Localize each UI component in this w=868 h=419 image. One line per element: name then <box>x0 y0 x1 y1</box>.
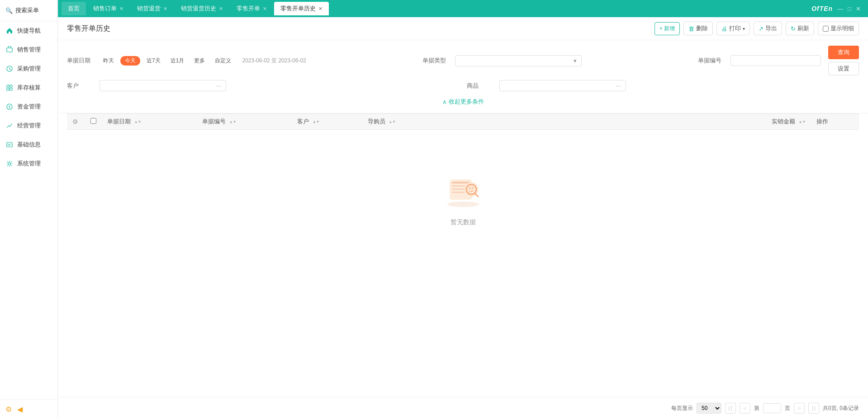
tab-sales-return[interactable]: 销货退货 ✕ <box>131 2 174 15</box>
tab-sales-return-history-label: 销货退货历史 <box>181 5 216 13</box>
type-select[interactable]: ▾ <box>455 55 582 66</box>
sidebar-item-label: 销售管理 <box>17 46 41 54</box>
delete-button[interactable]: 🗑 删除 <box>683 22 713 35</box>
page-input[interactable]: 1 <box>763 403 781 413</box>
sidebar-item-quick-nav[interactable]: 快捷导航 <box>0 21 57 40</box>
last-page-button[interactable]: ⟩⟩ <box>808 403 819 414</box>
sort-number-icon[interactable]: ▲▼ <box>229 120 237 124</box>
tab-sales-return-history-close[interactable]: ✕ <box>219 6 223 12</box>
data-table: ⚙ 单据日期 ▲▼ 单据编号 ▲▼ <box>67 113 859 130</box>
sidebar-item-purchase-mgmt[interactable]: 采购管理 <box>0 59 57 78</box>
close-window-icon[interactable]: ✕ <box>856 5 861 12</box>
doc-num-input[interactable] <box>730 55 821 66</box>
query-button[interactable]: 查询 <box>828 46 859 59</box>
filter-settings-button[interactable]: 设置 <box>828 62 859 75</box>
sidebar-search[interactable]: 🔍 搜索采单 <box>0 0 57 21</box>
collapse-up-icon: ∧ <box>442 99 447 105</box>
col-customer: 客户 ▲▼ <box>292 114 362 130</box>
purchase-icon <box>5 65 14 73</box>
tab-sales-return-close[interactable]: ✕ <box>163 6 167 12</box>
tab-retail-history[interactable]: 零售开单历史 ✕ <box>274 2 329 15</box>
settings-gear-icon[interactable]: ⚙ <box>5 405 12 414</box>
page-size-select[interactable]: 50 10 20 100 <box>697 403 721 414</box>
col-customer-label: 客户 <box>297 118 309 125</box>
svg-rect-11 <box>452 185 466 187</box>
refresh-icon: ↻ <box>791 25 796 32</box>
col-settings: ⚙ <box>67 114 85 130</box>
sidebar: 🔍 搜索采单 快捷导航 销售管理 采购管理 库存核算 资金管理 <box>0 0 58 419</box>
date-btn-custom[interactable]: 自定义 <box>211 56 235 66</box>
filter-area: 单据日期 昨天 今天 近7天 近1月 更多 自定义 2023-06-02 至 2… <box>58 40 868 113</box>
sort-customer-icon[interactable]: ▲▼ <box>313 120 320 124</box>
table-settings-icon[interactable]: ⚙ <box>72 118 78 125</box>
sidebar-item-label: 库存核算 <box>17 84 41 92</box>
collapse-filter-button[interactable]: ∧ 收起更多条件 <box>437 96 489 108</box>
tab-sales-order[interactable]: 销售订单 ✕ <box>87 2 130 15</box>
date-btn-more[interactable]: 更多 <box>190 56 209 66</box>
tab-retail-history-label: 零售开单历史 <box>280 5 316 13</box>
export-button[interactable]: ↗ 导出 <box>754 22 782 35</box>
col-amount-label: 实销金额 <box>772 118 795 125</box>
print-icon: 🖨 <box>721 25 727 32</box>
date-btn-last30[interactable]: 近1月 <box>167 56 188 66</box>
svg-point-8 <box>447 202 479 207</box>
sidebar-item-operations[interactable]: 经营管理 <box>0 116 57 135</box>
collapse-sidebar-icon[interactable]: ◀ <box>17 405 23 414</box>
tab-retail-history-close[interactable]: ✕ <box>318 6 323 12</box>
tab-home[interactable]: 首页 <box>62 2 86 15</box>
col-amount: 实销金额 ▲▼ <box>716 114 811 130</box>
tab-sales-return-history[interactable]: 销货退货历史 ✕ <box>175 2 229 15</box>
customer-select[interactable]: ··· <box>100 80 226 91</box>
home-icon <box>5 27 14 35</box>
print-button[interactable]: 🖨 打印 ▾ <box>716 22 750 35</box>
col-salesperson-label: 导购员 <box>368 118 385 125</box>
maximize-icon[interactable]: □ <box>848 5 851 12</box>
tab-retail-open[interactable]: 零售开单 ✕ <box>230 2 273 15</box>
svg-point-7 <box>9 163 11 165</box>
svg-rect-3 <box>10 85 12 87</box>
date-label: 单据日期 <box>67 56 92 65</box>
sidebar-item-sales-mgmt[interactable]: 销售管理 <box>0 40 57 59</box>
minimize-icon[interactable]: — <box>837 5 843 12</box>
select-all-checkbox[interactable] <box>90 118 96 124</box>
svg-rect-0 <box>7 48 12 52</box>
page-content: 零售开单历史 + 新增 🗑 删除 🖨 打印 ▾ ↗ 导出 ↻ 刷新 显示明细 <box>58 17 868 419</box>
add-button[interactable]: + 新增 <box>655 22 680 35</box>
sidebar-item-sys-mgmt[interactable]: 系统管理 <box>0 154 57 173</box>
prev-page-button[interactable]: ＜ <box>740 403 750 414</box>
page-word: 页 <box>785 405 790 412</box>
display-detail-label: 显示明细 <box>830 24 854 33</box>
col-number-label: 单据编号 <box>202 118 226 125</box>
delete-label: 删除 <box>696 24 708 33</box>
col-spacer <box>445 114 716 130</box>
svg-rect-5 <box>10 88 12 90</box>
tab-retail-open-label: 零售开单 <box>237 5 260 13</box>
col-date: 单据日期 ▲▼ <box>102 114 197 130</box>
date-btn-yesterday[interactable]: 昨天 <box>100 56 118 66</box>
goods-select[interactable]: ··· <box>499 80 626 91</box>
svg-rect-2 <box>7 85 9 87</box>
sidebar-item-inventory[interactable]: 库存核算 <box>0 78 57 97</box>
svg-point-17 <box>469 187 471 189</box>
date-range-display: 2023-06-02 至 2023-06-02 <box>242 57 306 65</box>
svg-rect-4 <box>7 88 9 90</box>
tab-sales-order-close[interactable]: ✕ <box>119 6 123 12</box>
first-page-button[interactable]: ⟨⟨ <box>725 403 736 414</box>
tab-retail-open-close[interactable]: ✕ <box>263 6 267 12</box>
sidebar-item-label: 资金管理 <box>17 103 41 111</box>
operations-icon <box>5 122 14 130</box>
display-detail-button[interactable]: 显示明细 <box>818 22 859 35</box>
display-detail-checkbox[interactable] <box>823 26 829 32</box>
sidebar-item-finance[interactable]: 资金管理 <box>0 97 57 116</box>
refresh-button[interactable]: ↻ 刷新 <box>786 22 814 35</box>
sort-amount-icon[interactable]: ▲▼ <box>798 120 806 124</box>
date-btn-today[interactable]: 今天 <box>120 56 140 66</box>
date-btn-last7[interactable]: 近7天 <box>143 56 164 66</box>
finance-icon <box>5 103 14 111</box>
sidebar-item-base-info[interactable]: 基础信息 <box>0 135 57 154</box>
sort-salesperson-icon[interactable]: ▲▼ <box>389 120 396 124</box>
col-operation: 操作 <box>811 114 859 130</box>
next-page-button[interactable]: ＞ <box>794 403 805 414</box>
sort-date-icon[interactable]: ▲▼ <box>134 120 142 124</box>
sidebar-item-label: 经营管理 <box>17 122 41 130</box>
